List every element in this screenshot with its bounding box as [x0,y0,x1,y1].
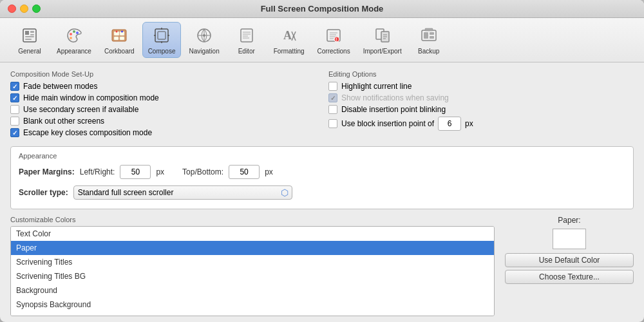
svg-rect-17 [155,29,168,42]
escape-checkbox[interactable] [10,128,19,137]
svg-point-7 [73,30,75,33]
toolbar-label-appearance: Appearance [57,48,91,55]
scroller-row: Scroller type: Standard full screen scro… [19,185,625,200]
disable-insertion-checkbox[interactable] [328,105,337,114]
appearance-section: Appearance Paper Margins: Left/Right: 50… [10,146,634,209]
fade-checkbox[interactable] [10,82,19,91]
choose-texture-button[interactable]: Choose Texture... [505,270,634,284]
svg-rect-18 [158,32,166,39]
checkbox-escape: Escape key closes composition mode [10,128,316,137]
toolbar-item-general[interactable]: General [10,23,49,57]
editor-icon [236,25,257,46]
toolbar-item-import-export[interactable]: Import/Export [358,23,407,57]
left-right-label: Left/Right: [80,167,115,176]
main-window: Full Screen Composition Mode General [0,0,644,322]
toolbar-item-formatting[interactable]: A Formatting [269,23,310,57]
paper-label: Paper: [505,216,634,225]
colors-title: Customizable Colors [10,216,495,223]
blank-checkbox[interactable] [10,117,19,126]
color-item-text-color[interactable]: Text Color [11,227,494,241]
use-default-color-button[interactable]: Use Default Color [505,253,634,267]
toolbar-item-corkboard[interactable]: Corkboard [99,23,140,57]
color-item-synopsis-bg[interactable]: Synopsis Background [11,298,494,312]
hide-main-label: Hide main window in composition mode [23,93,159,102]
appearance-icon [64,25,84,46]
left-right-input[interactable]: 50 [120,165,151,179]
window-title: Full Screen Composition Mode [261,4,384,14]
px-label-1: px [156,167,164,176]
toolbar-item-compose[interactable]: Compose [142,22,182,58]
checkbox-disable-insertion: Disable insertion point blinking [328,105,634,114]
svg-point-26 [203,34,205,37]
px-label-2: px [265,167,273,176]
block-insertion-checkbox[interactable] [328,119,337,128]
toolbar-label-navigation: Navigation [189,48,219,55]
highlight-checkbox[interactable] [328,82,337,91]
block-insertion-label: Use block insertion point of [341,119,434,128]
compose-icon [151,25,172,46]
hide-main-checkbox[interactable] [10,93,19,102]
svg-rect-2 [30,31,34,33]
colors-list[interactable]: Text Color Paper Scrivening Titles Scriv… [10,226,495,316]
toolbar-item-backup[interactable]: Backup [410,23,448,57]
color-item-paper[interactable]: Paper [11,241,494,255]
composition-section: Composition Mode Set-Up Fade between mod… [10,70,316,140]
svg-text:A: A [283,29,292,42]
checkbox-hide-main: Hide main window in composition mode [10,93,316,102]
scroller-select[interactable]: Standard full screen scroller Overlaid s… [73,185,292,200]
paper-section: Paper: Use Default Color Choose Texture.… [505,216,634,314]
editing-section: Editing Options Highlight current line S… [328,70,634,140]
toolbar-label-corkboard: Corkboard [104,48,135,55]
color-item-scrivening-titles-bg[interactable]: Scrivening Titles BG [11,269,494,283]
svg-rect-1 [25,31,29,35]
paper-color-swatch[interactable] [553,229,586,249]
maximize-button[interactable] [32,5,41,13]
svg-point-15 [116,31,118,33]
traffic-lights [8,5,41,13]
toolbar-item-navigation[interactable]: Navigation [184,23,224,57]
corkboard-icon [109,25,129,46]
toolbar-item-editor[interactable]: Editor [227,23,266,57]
checkbox-highlight: Highlight current line [328,82,634,91]
toolbar-label-backup: Backup [418,48,439,55]
minimize-button[interactable] [20,5,28,13]
toolbar-label-import-export: Import/Export [363,48,402,55]
svg-text:!: ! [336,37,337,42]
svg-rect-50 [430,32,434,35]
scroller-label: Scroller type: [19,188,68,197]
block-insertion-value[interactable]: 6 [438,117,461,131]
svg-rect-3 [30,34,34,35]
backup-icon [419,25,439,46]
top-bottom-input[interactable]: 50 [229,165,260,179]
svg-point-16 [121,31,123,33]
toolbar-label-formatting: Formatting [274,48,305,55]
notifications-checkbox[interactable] [328,93,337,102]
top-sections: Composition Mode Set-Up Fade between mod… [10,70,634,140]
checkbox-blank: Blank out other screens [10,117,316,126]
editing-title: Editing Options [328,70,634,78]
svg-rect-49 [424,32,428,39]
color-item-notes-bg[interactable]: Notes Background [11,312,494,316]
general-icon [19,25,40,46]
color-item-scrivening-titles[interactable]: Scrivening Titles [11,255,494,269]
import-export-icon [372,25,393,46]
close-button[interactable] [8,5,16,13]
appearance-title: Appearance [19,152,625,160]
svg-rect-51 [430,36,434,39]
color-item-background[interactable]: Background [11,283,494,298]
toolbar-item-corrections[interactable]: ! Corrections [312,23,355,57]
corrections-icon: ! [323,25,344,46]
svg-rect-52 [425,28,433,31]
block-insertion-unit: px [465,119,473,128]
titlebar: Full Screen Composition Mode [0,0,644,18]
secondary-checkbox[interactable] [10,105,19,114]
disable-insertion-label: Disable insertion point blinking [341,105,446,114]
formatting-icon: A [279,25,299,46]
toolbar-item-appearance[interactable]: Appearance [52,23,97,57]
composition-title: Composition Mode Set-Up [10,70,316,78]
svg-point-8 [76,32,79,34]
highlight-label: Highlight current line [341,82,412,91]
notifications-label: Show notifications when saving [341,93,449,102]
blank-label: Blank out other screens [23,117,104,126]
svg-rect-4 [25,36,34,37]
